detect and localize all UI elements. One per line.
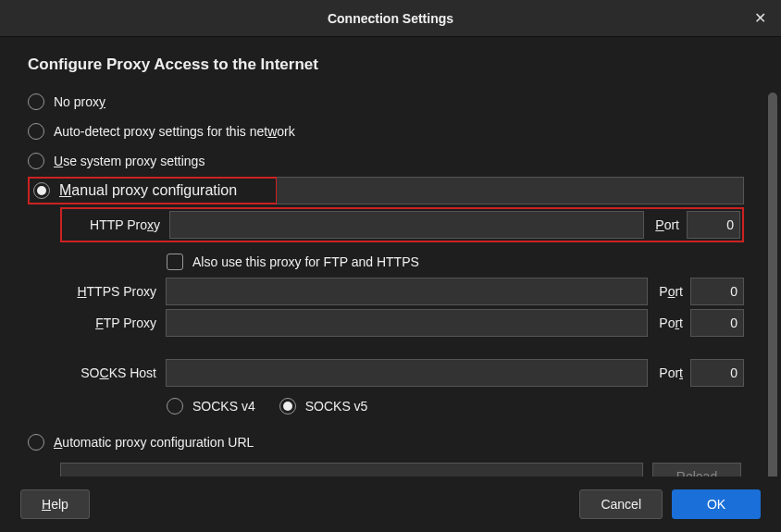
auto-config-url-input[interactable] (60, 463, 643, 476)
http-proxy-row: HTTP Proxy Port (60, 207, 744, 242)
socks-version-group: SOCKS v4 SOCKS v5 (167, 390, 744, 422)
ok-button[interactable]: OK (672, 489, 761, 519)
radio-icon (33, 182, 50, 199)
radio-icon (28, 123, 44, 140)
https-port-input[interactable] (690, 278, 744, 305)
radio-no-proxy[interactable]: No proxy (28, 87, 744, 117)
radio-auto-detect[interactable]: Auto-detect proxy settings for this netw… (28, 117, 744, 146)
auto-config-url-row: Reload (60, 463, 744, 476)
also-use-checkbox-row[interactable]: Also use this proxy for FTP and HTTPS (167, 246, 744, 278)
socks-v4-label: SOCKS v4 (192, 399, 255, 414)
radio-socks-v5[interactable] (279, 398, 296, 414)
focus-highlight-trail (277, 177, 744, 204)
radio-icon (28, 434, 44, 451)
radio-label: Automatic proxy configuration URL (54, 435, 254, 450)
https-port-label: Port (651, 284, 687, 299)
checkbox-icon (167, 254, 183, 270)
socks-host-row: SOCKS Host Port (60, 359, 744, 387)
page-title: Configure Proxy Access to the Internet (28, 56, 744, 74)
scrollbar-thumb[interactable] (768, 93, 777, 476)
titlebar: Connection Settings ✕ (0, 0, 781, 37)
https-proxy-label: HTTPS Proxy (60, 284, 162, 299)
radio-label: No proxy (54, 94, 105, 109)
socks-host-input[interactable] (166, 359, 648, 387)
http-port-label: Port (648, 217, 683, 232)
help-button[interactable]: Help (20, 489, 90, 519)
cancel-button[interactable]: Cancel (579, 489, 663, 519)
window-title: Connection Settings (328, 11, 453, 26)
radio-icon (28, 153, 44, 169)
radio-label: Manual proxy configuration (59, 182, 237, 199)
socks-port-input[interactable] (690, 359, 744, 387)
http-port-input[interactable] (687, 211, 740, 239)
ftp-proxy-row: FTP Proxy Port (60, 309, 744, 337)
content-area: Configure Proxy Access to the Internet N… (0, 37, 781, 476)
http-proxy-label: HTTP Proxy (64, 217, 166, 232)
socks-v5-label: SOCKS v5 (305, 399, 368, 414)
radio-socks-v4[interactable] (167, 398, 183, 414)
ftp-port-label: Port (651, 315, 687, 330)
socks-host-label: SOCKS Host (60, 365, 162, 380)
https-proxy-row: HTTPS Proxy Port (60, 278, 744, 305)
https-proxy-input[interactable] (166, 278, 648, 305)
socks-port-label: Port (651, 365, 687, 380)
also-use-label: Also use this proxy for FTP and HTTPS (192, 254, 419, 269)
dialog-footer: Help Cancel OK (0, 476, 781, 532)
ftp-proxy-label: FTP Proxy (60, 315, 162, 330)
ftp-proxy-input[interactable] (166, 309, 648, 337)
ftp-port-input[interactable] (690, 309, 744, 337)
radio-manual-proxy[interactable]: Manual proxy configuration (28, 177, 278, 204)
http-proxy-input[interactable] (169, 211, 644, 239)
radio-auto-config-url[interactable]: Automatic proxy configuration URL (28, 427, 744, 457)
radio-icon (28, 93, 44, 110)
close-icon[interactable]: ✕ (754, 9, 766, 27)
radio-label: Use system proxy settings (54, 154, 205, 168)
reload-button[interactable]: Reload (652, 463, 741, 476)
radio-label: Auto-detect proxy settings for this netw… (54, 124, 295, 139)
radio-system-proxy[interactable]: Use system proxy settings (28, 146, 744, 176)
